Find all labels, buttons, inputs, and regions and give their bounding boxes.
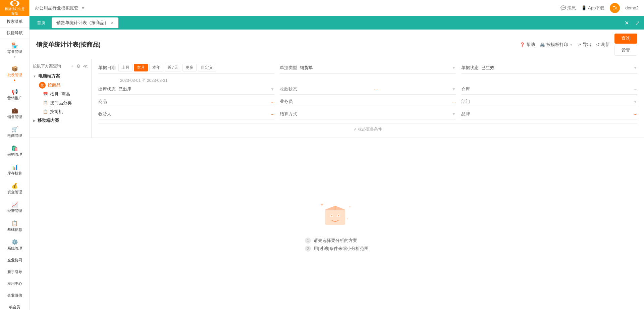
tab-close-icon[interactable]: ✕ — [111, 21, 114, 25]
enterprise-label: 企业协同 — [7, 258, 22, 263]
sidebar-item-inventory[interactable]: 📊 库存核算 — [0, 160, 29, 179]
app-download-label: App下载 — [588, 5, 604, 11]
mobile-section-label: 移动端方案 — [38, 117, 59, 123]
warehouse-dots[interactable]: ··· — [634, 87, 637, 92]
template-print-button[interactable]: 🖨️ 按模板打印 ▼ — [540, 42, 573, 48]
left-panel-actions: ＋ ⚙ ≪ — [70, 63, 88, 69]
brand-control[interactable]: ··· — [473, 112, 637, 117]
sidebar-item-wholesale[interactable]: 📦 批发管理 ▲ — [0, 62, 29, 85]
settings-button[interactable]: 设置 — [614, 45, 637, 56]
sidebar-item-sales[interactable]: 💼 销售管理 — [0, 104, 29, 123]
tab-sales-stat-label: 销货单统计计表（按商品） — [56, 20, 109, 26]
receipt-status-control[interactable]: ··· ▼ — [300, 87, 456, 92]
help-label: 帮助 — [526, 42, 535, 48]
tree-node-by-month-product[interactable]: 📅 按月+商品 — [30, 90, 91, 99]
month-product-label: 按月+商品 — [50, 91, 70, 97]
warehouse-control[interactable]: ··· — [473, 87, 637, 92]
export-button[interactable]: ↗ 导出 — [578, 42, 591, 48]
query-button[interactable]: 查询 — [614, 34, 637, 44]
tab-sales-stat[interactable]: 销货单统计计表（按商品） ✕ — [52, 17, 118, 28]
empty-illustration: ✦ ✦ ✦ — [317, 196, 357, 231]
help-button[interactable]: ❓ 帮助 — [520, 42, 535, 48]
bill-type-control[interactable]: 销货单 ▼ — [300, 65, 456, 71]
sidebar-item-corp-wechat[interactable]: 企业微信 — [0, 290, 29, 301]
filter-row-3: 商品 ··· 业务员 ··· — [98, 99, 637, 107]
date-btn-current-year[interactable]: 本年 — [149, 64, 163, 71]
sidebar-item-member[interactable]: 畅会员 — [0, 301, 29, 310]
message-button[interactable]: 💬 消息 — [560, 5, 576, 11]
register-icon: 📋 — [43, 109, 48, 114]
date-btn-custom[interactable]: 自定义 — [198, 64, 216, 71]
svg-rect-1 — [325, 210, 345, 225]
filter-bill-type-item: 单据类型 销货单 ▼ — [280, 64, 456, 74]
sidebar-item-operation[interactable]: 📈 经营管理 — [0, 198, 29, 217]
tab-maximize-button[interactable]: ⤢ — [633, 19, 641, 27]
tab-bar: 首页 销货单统计计表（按商品） ✕ ✕ ⤢ — [30, 16, 644, 30]
filter-receipt-status-item: 收款状态 ··· ▼ — [280, 86, 456, 95]
header-right: 💬 消息 📱 App下载 Ea demo2 — [560, 3, 639, 13]
salesperson-control[interactable]: ··· — [296, 99, 456, 104]
sidebar-item-newbie[interactable]: 新手引导 — [0, 266, 29, 278]
settlement-control[interactable]: ▼ — [300, 112, 456, 116]
sidebar-item-finance[interactable]: 💰 资金管理 — [0, 179, 29, 198]
tab-home[interactable]: 首页 — [32, 17, 50, 28]
inventory-label: 库存核算 — [7, 171, 22, 176]
receipt-status-label: 收款状态 — [280, 86, 297, 92]
sidebar-item-purchase[interactable]: 🛍️ 采购管理 — [0, 142, 29, 160]
pc-section-label: 电脑端方案 — [38, 73, 60, 79]
collapse-panel-icon[interactable]: ≪ — [83, 63, 88, 69]
app-download-button[interactable]: 📱 App下载 — [581, 5, 604, 11]
tree-section-mobile[interactable]: ▶ 移动端方案 — [30, 116, 91, 125]
product-control[interactable]: ··· — [110, 99, 274, 104]
bill-status-control[interactable]: 已生效 ▼ — [481, 65, 637, 71]
sidebar-item-ecom[interactable]: 🛒 电商管理 — [0, 123, 29, 142]
empty-state: ✦ ✦ ✦ 1 请先选择要分析的方案 2 用[过滤]条件来缩小分析范围 — [30, 138, 644, 310]
filter-settlement-item: 结算方式 ▼ — [280, 111, 456, 119]
sidebar-item-enterprise[interactable]: 企业协同 — [0, 254, 29, 266]
product-dots[interactable]: ··· — [271, 99, 274, 104]
tree-node-by-product[interactable]: 按 按商品 — [30, 81, 91, 90]
refresh-icon: ↺ — [596, 42, 600, 47]
date-btn-current-month[interactable]: 本月 — [134, 64, 148, 71]
tree-node-by-category[interactable]: 📋 按商品分类 — [30, 99, 91, 107]
add-scheme-icon[interactable]: ＋ — [70, 63, 74, 69]
salesperson-dots[interactable]: ··· — [452, 99, 456, 104]
mobile-section-arrow: ▶ — [33, 119, 36, 122]
sidebar-search-menu[interactable]: 搜索菜单 — [0, 16, 29, 28]
purchase-label: 采购管理 — [7, 152, 22, 157]
sidebar-item-app-center[interactable]: 应用中心 — [0, 278, 29, 290]
receiver-dots[interactable]: ··· — [271, 112, 274, 117]
filter-form: 单据日期 上月 本月 本年 近7天 更多 自定义 单据类型 — [92, 59, 644, 138]
bill-status-value: 已生效 — [481, 65, 494, 71]
sidebar-item-basic[interactable]: 📋 基础信息 — [0, 217, 29, 236]
receiver-label: 收货人 — [98, 111, 111, 117]
sidebar-item-marketing[interactable]: 📢 营销推广 — [0, 85, 29, 104]
tab-home-label: 首页 — [37, 20, 46, 26]
filter-row-2: 出库状态 已出库 ▼ 收款状态 ··· ▼ — [98, 86, 637, 95]
left-panel-header: 按以下方案查询 ＋ ⚙ ≪ — [30, 62, 91, 72]
pc-section-arrow: ▼ — [33, 74, 36, 78]
sidebar-item-retail[interactable]: 🏪 零售管理 ▼ — [0, 39, 29, 62]
breadcrumb-text: 办公用品行业模拟账套 — [35, 5, 78, 11]
tree-section-pc[interactable]: ▼ 电脑端方案 — [30, 72, 91, 81]
purchase-icon: 🛍️ — [11, 145, 18, 151]
collapse-more-conditions[interactable]: ∧ 收起更多条件 — [98, 123, 637, 135]
receipt-status-dots[interactable]: ··· — [374, 87, 378, 92]
out-status-control[interactable]: 已出库 ▼ — [118, 86, 274, 92]
date-btn-more[interactable]: 更多 — [182, 64, 197, 71]
sidebar-item-system[interactable]: ⚙️ 系统管理 — [0, 236, 29, 254]
breadcrumb-dropdown-icon[interactable]: ▼ — [81, 6, 85, 10]
department-control[interactable]: ▼ — [473, 99, 637, 104]
user-avatar[interactable]: Ea — [610, 3, 620, 13]
date-btn-last-7-days[interactable]: 近7天 — [165, 64, 181, 71]
brand-dots[interactable]: ··· — [634, 112, 637, 117]
settings-scheme-icon[interactable]: ⚙ — [76, 63, 81, 69]
date-btn-last-month[interactable]: 上月 — [118, 64, 132, 71]
receiver-control[interactable]: ··· — [114, 112, 274, 117]
wholesale-arrow: ▲ — [13, 78, 16, 82]
tree-node-by-register[interactable]: 📋 按司机 — [30, 107, 91, 116]
settlement-label: 结算方式 — [280, 111, 297, 117]
tab-close-window-button[interactable]: ✕ — [623, 19, 631, 27]
refresh-button[interactable]: ↺ 刷新 — [596, 42, 610, 48]
sidebar-quick-nav[interactable]: 快捷导航 — [0, 28, 29, 39]
